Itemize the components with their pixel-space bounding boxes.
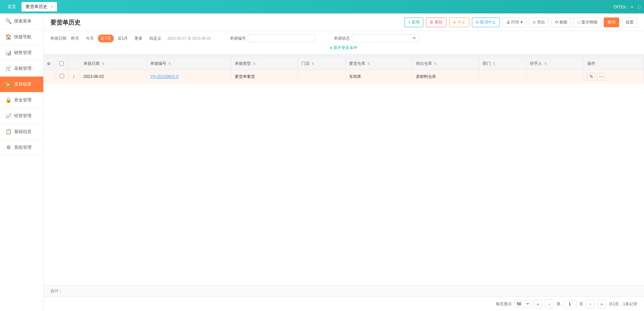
finance-mgmt-icon: 🔒 xyxy=(5,97,11,103)
top-bar-right: OfTEn × □ xyxy=(613,4,641,9)
th-dept-sort-icon: ⇅ xyxy=(493,62,495,65)
th-store-label: 门店 xyxy=(302,61,310,66)
th-order-no-sort-icon: ⇅ xyxy=(168,62,171,65)
row-handler-cell xyxy=(527,70,584,84)
th-dept[interactable]: 部门 ⇅ xyxy=(479,58,527,70)
btn-new[interactable]: + 新增 xyxy=(405,17,423,27)
row-req-warehouse-cell: 车间库 xyxy=(345,70,412,84)
row-store-cell xyxy=(298,70,346,84)
sidebar-basic-info-label: 基础信息 xyxy=(14,129,32,135)
tab-close-icon[interactable]: × xyxy=(51,4,53,9)
row-checkbox[interactable] xyxy=(60,74,64,78)
page-header: 要货单历史 + 新增 🗑 删除 ⊘ 中止 ⊘ 取消中止 🖨 打印 ▾ ⊙ 导出 … xyxy=(44,13,644,31)
date-btn-custom[interactable]: 自定义 xyxy=(147,35,164,42)
th-handler[interactable]: 经手人 ⇅ xyxy=(527,58,584,70)
page-label: 第 xyxy=(556,301,560,307)
sidebar-item-operation-mgmt[interactable]: 📈 经营管理 xyxy=(0,108,43,124)
row-action-edit-btn[interactable]: ✎ xyxy=(587,73,595,81)
tab-requisition-history[interactable]: 要货单历史 × xyxy=(21,2,57,11)
sidebar-item-quick-nav[interactable]: 🏠 快捷导航 xyxy=(0,29,43,45)
inventory-accounting-icon: 🏡 xyxy=(5,81,11,87)
btn-settings[interactable]: 设置 xyxy=(622,17,637,27)
btn-query[interactable]: 查询 xyxy=(604,17,619,27)
th-date[interactable]: 单据日期 ⇅ xyxy=(80,58,147,70)
window-maximize-icon[interactable]: □ xyxy=(638,4,641,9)
often-label[interactable]: OfTEn xyxy=(613,4,626,9)
tab-home[interactable]: 首页 xyxy=(3,2,20,11)
sidebar-item-inventory-accounting[interactable]: 🏡 库存核算 xyxy=(0,77,43,92)
btn-print[interactable]: 🖨 打印 ▾ xyxy=(502,17,526,27)
row-index-cell: 1 xyxy=(68,70,80,84)
th-store[interactable]: 门店 ⇅ xyxy=(298,58,346,70)
th-handler-label: 经手人 xyxy=(530,61,542,66)
page-last-btn[interactable]: » xyxy=(597,300,606,308)
status-select[interactable] xyxy=(352,34,419,42)
btn-refresh[interactable]: ⟳ 刷新 xyxy=(551,17,571,27)
page-input[interactable]: 1 xyxy=(563,300,577,308)
operation-mgmt-icon: 📈 xyxy=(5,113,11,119)
row-action-more-btn[interactable]: ⋯ xyxy=(597,73,605,81)
th-order-no[interactable]: 单据编号 ⇅ xyxy=(147,58,231,70)
page-size-select[interactable]: 20 50 100 xyxy=(515,300,531,308)
row-settings-cell xyxy=(44,70,56,84)
row-actions-cell: ✎ ⋯ xyxy=(584,70,644,84)
sidebar-item-basic-info[interactable]: 📋 基础信息 xyxy=(0,124,43,140)
window-close-icon[interactable]: × xyxy=(631,4,634,9)
btn-delete[interactable]: 🗑 删除 xyxy=(426,17,446,27)
date-btn-today[interactable]: 今天 xyxy=(83,35,97,42)
sidebar-item-finance-mgmt[interactable]: 🔒 资金管理 xyxy=(0,92,43,108)
page-next-btn[interactable]: › xyxy=(586,300,595,308)
filter-order-no-item: 单据编号 xyxy=(230,34,315,42)
th-date-label: 单据日期 xyxy=(84,61,100,66)
th-req-warehouse[interactable]: 要货仓库 ⇅ xyxy=(345,58,412,70)
btn-stop[interactable]: ⊘ 中止 xyxy=(449,17,469,27)
expand-more-btn[interactable]: ▾ 展开更多条件 xyxy=(50,45,637,51)
sales-mgmt-icon: 📊 xyxy=(5,50,11,56)
th-order-type-sort-icon: ⇅ xyxy=(253,62,256,65)
th-pending-warehouse-label: 待出仓库 xyxy=(416,61,432,66)
sidebar-item-purchase-mgmt[interactable]: 🛒 采购管理 xyxy=(0,61,43,77)
date-btn-more[interactable]: 更多 xyxy=(132,35,145,42)
sidebar-inventory-accounting-label: 库存核算 xyxy=(14,81,32,87)
purchase-mgmt-icon: 🛒 xyxy=(5,65,11,72)
expand-more-icon: ▾ xyxy=(330,46,332,50)
row-checkbox-cell xyxy=(56,70,68,84)
th-order-type[interactable]: 单据类型 ⇅ xyxy=(231,58,298,70)
btn-export[interactable]: ⊙ 导出 xyxy=(529,17,549,27)
sidebar-quick-nav-label: 快捷导航 xyxy=(14,34,32,40)
sidebar-item-sales-mgmt[interactable]: 📊 销售管理 xyxy=(0,45,43,61)
row-dept-cell xyxy=(479,70,527,84)
btn-cancel-stop[interactable]: ⊘ 取消中止 xyxy=(472,17,500,27)
tab-home-label: 首页 xyxy=(7,4,16,10)
sidebar-item-search-menu[interactable]: 🔍 搜索菜单 xyxy=(0,13,43,29)
table-footer: 合计： xyxy=(44,285,644,297)
page-first-btn[interactable]: « xyxy=(534,300,542,308)
date-btn-last7days[interactable]: 近7天 xyxy=(98,35,114,42)
row-pending-warehouse-cell: 原材料仓库 xyxy=(412,70,479,84)
row-order-no-link[interactable]: YH-20230602-0 xyxy=(150,74,179,79)
date-range-display: 2023-05-27 至 2023-06-02 xyxy=(167,36,211,41)
th-settings[interactable]: ⚙ xyxy=(44,58,56,70)
page-prev-btn[interactable]: ‹ xyxy=(545,300,554,308)
sidebar-search-menu-label: 搜索菜单 xyxy=(14,18,32,24)
sidebar-item-system-mgmt[interactable]: ⚙ 系统管理 xyxy=(0,140,43,156)
th-pending-warehouse[interactable]: 待出仓库 ⇅ xyxy=(412,58,479,70)
btn-display[interactable]: □ 显示明细 xyxy=(574,17,601,27)
pagination-bar: 每页显示 20 50 100 « ‹ 第 1 页 › » 共1页，1条记录 xyxy=(44,297,644,311)
row-order-no-cell: YH-20230602-0 xyxy=(147,70,231,84)
date-shortcut-group: 昨天 今天 近7天 近1月 更多 自定义 xyxy=(68,35,164,42)
page-size-label: 每页显示 xyxy=(496,301,512,307)
th-dept-label: 部门 xyxy=(483,61,491,66)
date-btn-yesterday[interactable]: 昨天 xyxy=(68,35,82,42)
date-btn-last1month[interactable]: 近1月 xyxy=(115,35,131,42)
order-no-filter-label: 单据编号 xyxy=(230,36,246,41)
sidebar-sales-mgmt-label: 销售管理 xyxy=(14,50,32,56)
order-no-input[interactable] xyxy=(248,34,315,42)
content-area: 要货单历史 + 新增 🗑 删除 ⊘ 中止 ⊘ 取消中止 🖨 打印 ▾ ⊙ 导出 … xyxy=(44,13,644,311)
th-order-no-label: 单据编号 xyxy=(150,61,166,66)
th-req-warehouse-label: 要货仓库 xyxy=(349,61,365,66)
row-actions-group: ✎ ⋯ xyxy=(587,73,640,81)
header-checkbox[interactable] xyxy=(59,61,64,65)
basic-info-icon: 📋 xyxy=(5,129,11,135)
filter-status-item: 单据状态 xyxy=(334,34,419,42)
